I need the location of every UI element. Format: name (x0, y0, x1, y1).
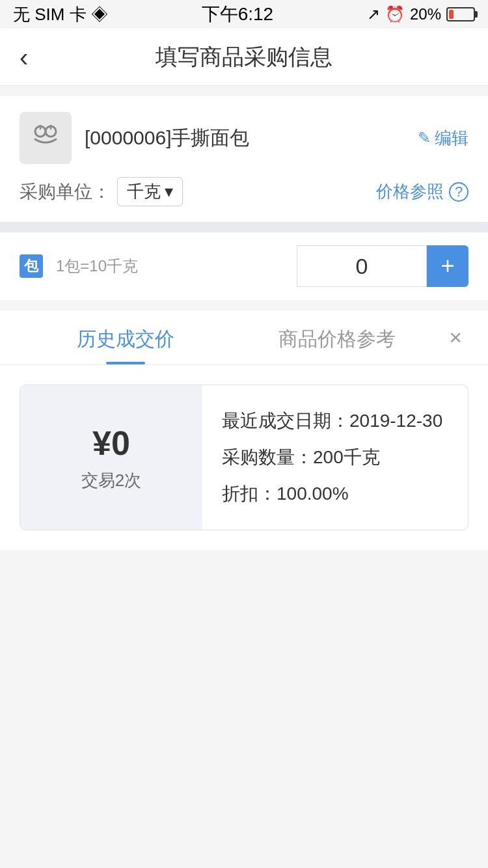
history-content: ¥0 交易2次 最近成交日期：2019-12-30 采购数量：200千克 折扣：… (0, 365, 488, 550)
purchase-qty-value: 200千克 (313, 447, 380, 467)
quantity-plus-button[interactable]: + (427, 245, 468, 287)
history-trades: 交易2次 (81, 469, 141, 492)
battery-icon (446, 7, 475, 21)
tabs-header: 历史成交价 商品价格参考 × (0, 310, 488, 365)
discount-value: 100.00% (277, 483, 349, 504)
quantity-input[interactable]: 0 (297, 245, 427, 287)
history-price: ¥0 (92, 424, 130, 463)
back-button[interactable]: ‹ (20, 44, 28, 70)
quantity-controls: 0 + (297, 245, 468, 287)
battery-percent: 20% (410, 5, 441, 23)
quantity-row: 包 1包=10千克 0 + (0, 232, 488, 300)
package-icon: 包 (20, 254, 43, 278)
status-bar: 无 SIM 卡 ◈ 下午6:12 ↗ ⏰ 20% (0, 0, 488, 29)
purchase-qty-row: 采购数量：200千克 (222, 445, 448, 470)
history-price-section: ¥0 交易2次 (20, 385, 202, 530)
product-card: [0000006]手撕面包 ✎ 编辑 采购单位： 千克 ▾ 价格参照 ? (0, 96, 488, 222)
status-icons: ↗ ⏰ 20% (367, 5, 475, 23)
status-carrier: 无 SIM 卡 ◈ (13, 3, 108, 26)
alarm-icon: ⏰ (385, 5, 405, 23)
unit-conversion: 1包=10千克 (56, 256, 138, 277)
status-time: 下午6:12 (202, 2, 274, 27)
purchase-qty-label: 采购数量： (222, 447, 313, 467)
page-title: 填写商品采购信息 (156, 42, 332, 72)
discount-row: 折扣：100.00% (222, 481, 448, 506)
product-unit-row: 采购单位： 千克 ▾ 价格参照 ? (20, 177, 468, 206)
quantity-label: 包 1包=10千克 (20, 254, 138, 278)
tab-history-price[interactable]: 历史成交价 (20, 310, 231, 364)
product-name: [0000006]手撕面包 (85, 125, 249, 152)
chevron-down-icon: ▾ (165, 182, 173, 202)
recent-date-row: 最近成交日期：2019-12-30 (222, 409, 448, 433)
recent-date-value: 2019-12-30 (349, 411, 442, 431)
unit-select[interactable]: 千克 ▾ (117, 177, 183, 206)
product-header: [0000006]手撕面包 ✎ 编辑 (20, 112, 468, 164)
product-thumbnail (20, 112, 72, 164)
history-details: 最近成交日期：2019-12-30 采购数量：200千克 折扣：100.00% (202, 385, 468, 530)
edit-button[interactable]: ✎ 编辑 (418, 127, 468, 150)
history-card: ¥0 交易2次 最近成交日期：2019-12-30 采购数量：200千克 折扣：… (20, 385, 468, 530)
tab-close-button[interactable]: × (442, 312, 468, 363)
location-icon: ↗ (367, 5, 380, 23)
discount-label: 折扣： (222, 483, 277, 504)
price-reference-button[interactable]: 价格参照 ? (376, 180, 468, 203)
tabs-panel: 历史成交价 商品价格参考 × ¥0 交易2次 最近成交日期：2019-12-30… (0, 310, 488, 550)
product-left: [0000006]手撕面包 (20, 112, 249, 164)
unit-label: 采购单位： 千克 ▾ (20, 177, 183, 206)
section-divider (0, 222, 488, 232)
edit-icon: ✎ (418, 129, 431, 147)
nav-bar: ‹ 填写商品采购信息 (0, 29, 488, 86)
recent-date-label: 最近成交日期： (222, 411, 349, 431)
tab-price-reference[interactable]: 商品价格参考 (231, 310, 442, 364)
help-icon: ? (449, 182, 468, 202)
